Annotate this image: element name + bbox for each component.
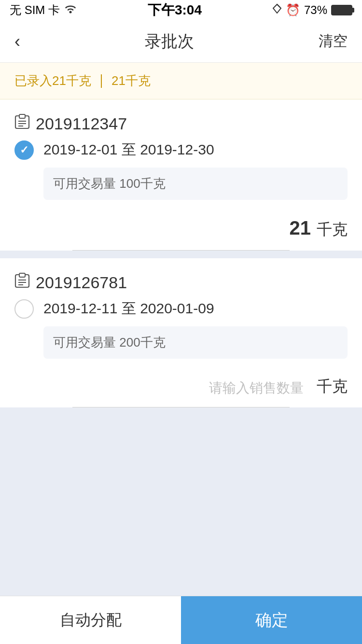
svg-rect-2 [19,114,25,118]
batch-2-quantity-input[interactable] [185,378,311,396]
batch-1-icon [14,114,30,133]
batch-1-amount-value: 21 [290,217,311,239]
batch-2-unit: 千克 [317,376,348,397]
info-banner: 已录入21千克 21千克 [0,63,362,99]
clear-button[interactable]: 清空 [319,31,348,51]
batch-1-item: 2019112347 2019-12-01 至 2019-12-30 可用交易量… [0,99,362,200]
status-right: ⏰ 73% [272,3,352,17]
location-icon [272,3,282,17]
batch-2-header: 2019126781 [14,273,348,292]
batch-1-header: 2019112347 [14,114,348,133]
battery-icon [331,5,352,15]
svg-rect-7 [19,273,25,277]
banner-divider [101,74,102,88]
bottom-bar: 自动分配 确定 [0,596,362,644]
total-amount: 21千克 [111,72,151,89]
status-left: 无 SIM 卡 [10,2,77,18]
svg-point-0 [70,11,72,14]
batch-2-input-row: 千克 [0,366,362,407]
batch-2-availability: 可用交易量 200千克 [43,326,348,359]
auto-distribute-button[interactable]: 自动分配 [0,596,181,644]
recorded-amount: 已录入21千克 [14,72,91,89]
nav-bar: ‹ 录批次 清空 [0,20,362,63]
batch-2-dates-row: 2019-12-11 至 2020-01-09 [14,299,348,319]
batch-2-number: 2019126781 [36,273,127,292]
sim-label: 无 SIM 卡 [10,2,60,18]
wifi-icon [64,3,77,17]
batch-2-container: 2019126781 2019-12-11 至 2020-01-09 可用交易量… [0,258,362,407]
status-time: 下午3:04 [148,1,202,19]
battery-percent: 73% [304,3,327,17]
section-separator [0,251,362,258]
batch-1-radio[interactable] [14,140,34,160]
batch-1-dates-row: 2019-12-01 至 2019-12-30 [14,140,348,160]
batch-1-amount-unit: 千克 [317,219,348,240]
batch-1-availability: 可用交易量 100千克 [43,168,348,200]
batch-1-dates: 2019-12-01 至 2019-12-30 [43,140,214,160]
page-title: 录批次 [145,30,194,53]
batch-1-number: 2019112347 [36,114,127,133]
batch-1-container: 2019112347 2019-12-01 至 2019-12-30 可用交易量… [0,99,362,251]
batch-2-icon [14,273,30,292]
confirm-button[interactable]: 确定 [181,596,362,644]
batch-2-dates: 2019-12-11 至 2020-01-09 [43,299,214,319]
back-button[interactable]: ‹ [14,31,20,52]
status-bar: 无 SIM 卡 下午3:04 ⏰ 73% [0,0,362,20]
batch-2-item: 2019126781 2019-12-11 至 2020-01-09 可用交易量… [0,258,362,359]
alarm-icon: ⏰ [286,3,300,17]
batch-1-amount-row: 21 千克 [0,208,362,250]
batch-2-radio[interactable] [14,299,34,319]
